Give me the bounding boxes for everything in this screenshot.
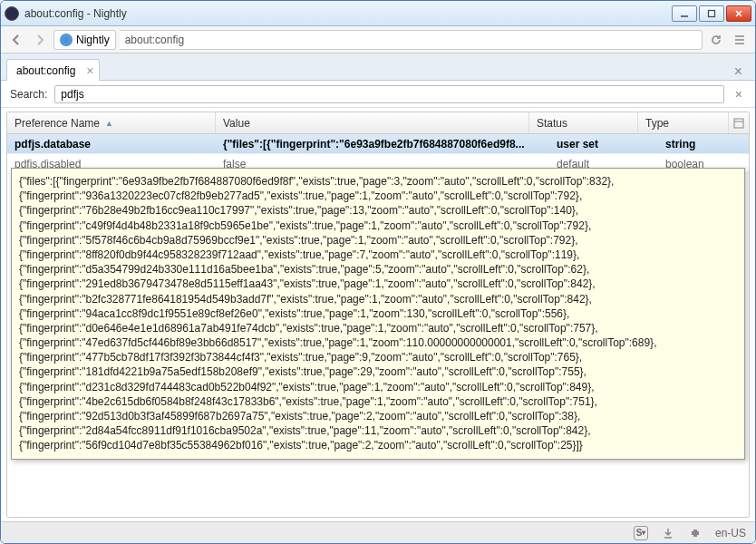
col-preference-name[interactable]: Preference Name▲ (7, 112, 216, 133)
menu-button[interactable] (730, 30, 750, 50)
sort-asc-icon: ▲ (105, 119, 113, 128)
globe-icon (60, 34, 73, 46)
tab-about-config[interactable]: about:config × (6, 59, 100, 81)
status-bar: S▾ en-US (1, 521, 755, 543)
tab-close-icon[interactable]: × (86, 64, 93, 77)
column-headers: Preference Name▲ Value Status Type (7, 112, 749, 134)
back-button[interactable] (6, 30, 26, 50)
search-row: Search: × (1, 81, 755, 108)
reload-button[interactable] (706, 30, 726, 50)
identity-box[interactable]: Nightly (53, 30, 116, 50)
column-picker-icon[interactable] (729, 118, 749, 129)
window-controls (672, 5, 751, 22)
navigation-toolbar: Nightly about:config (1, 26, 755, 53)
tab-strip: about:config × × (1, 53, 755, 81)
stylish-icon[interactable]: S▾ (634, 526, 648, 540)
identity-label: Nightly (76, 34, 110, 46)
search-input[interactable] (54, 85, 723, 103)
value-tooltip: {"files":[{"fingerprint":"6e93a9fbe2fb7f… (11, 168, 745, 460)
tab-label: about:config (16, 64, 75, 77)
minimize-button[interactable] (672, 5, 697, 22)
search-label: Search: (10, 88, 47, 101)
titlebar: about:config - Nightly (1, 1, 755, 26)
forward-button[interactable] (30, 30, 50, 50)
cell-type: string (658, 138, 749, 151)
url-text: about:config (125, 34, 184, 46)
cell-value: {"files":[{"fingerprint":"6e93a9fbe2fb7f… (216, 138, 549, 151)
close-findbar-icon[interactable]: × (727, 63, 750, 80)
maximize-button[interactable] (699, 5, 724, 22)
url-bar[interactable]: about:config (120, 30, 703, 50)
cell-status: user set (549, 138, 658, 151)
locale-label: en-US (715, 527, 746, 539)
firefox-nightly-icon (5, 6, 19, 21)
col-status[interactable]: Status (529, 112, 638, 133)
col-type[interactable]: Type (638, 112, 729, 133)
col-value[interactable]: Value (216, 112, 529, 133)
clear-search-icon[interactable]: × (732, 87, 746, 102)
svg-rect-1 (709, 10, 715, 16)
close-button[interactable] (726, 5, 751, 22)
addon-icon[interactable] (688, 526, 703, 540)
download-icon[interactable] (661, 526, 675, 540)
window-title: about:config - Nightly (24, 7, 672, 20)
cell-pref: pdfjs.database (7, 138, 216, 151)
pref-row[interactable]: pdfjs.database{"files":[{"fingerprint":"… (7, 134, 749, 154)
svg-rect-7 (734, 119, 743, 128)
